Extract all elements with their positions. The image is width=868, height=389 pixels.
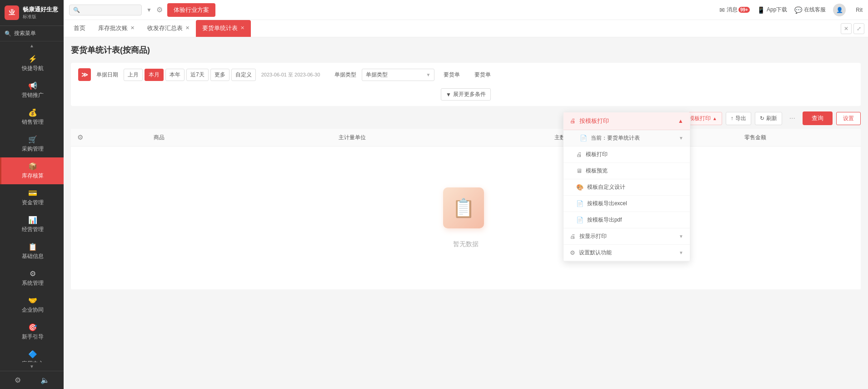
sidebar-item-purchase[interactable]: 🛒 采购管理 [0,131,64,157]
user-name[interactable]: Rit [856,7,863,13]
template-export-excel-icon: 📄 [576,200,584,207]
refresh-btn[interactable]: ↻ 刷新 [755,112,782,125]
tab-order-summary-close[interactable]: ✕ [240,25,244,31]
tab-order-summary[interactable]: 要货单统计表 ✕ [196,20,251,37]
tab-order-summary-label: 要货单统计表 [202,24,238,32]
top-bar-dropdown-chevron[interactable]: ▼ [146,7,152,13]
operations-icon: 📊 [28,216,37,224]
top-bar-gear-icon[interactable]: ⚙ [156,5,163,14]
display-print-item[interactable]: 🖨 按显示打印 ▼ [564,228,690,244]
print-dropdown-header[interactable]: 🖨 按模板打印 ▲ [564,112,690,130]
template-preview-item[interactable]: 🖥 模板预览 [564,163,690,179]
table-settings-icon[interactable]: ⚙ [77,133,83,141]
online-service-icon: 💬 [794,6,802,14]
app-download-icon: 📱 [757,6,765,14]
dropdown-display-print: 🖨 按显示打印 ▼ [564,228,690,245]
order-goods-label: 要货单 [474,71,491,79]
template-print-item[interactable]: 🖨 模板打印 [564,147,690,162]
order-category-label: 要货单 [444,71,460,79]
sidebar-item-marketing[interactable]: 📢 营销推广 [0,77,64,104]
template-export-pdf-item[interactable]: 📄 按模板导出pdf [564,212,690,228]
display-print-icon: 🖨 [570,233,576,240]
filter-panel: ≫ 单据日期 上月 本月 本年 近7天 更多 自定义 2023-06-01 至 … [71,63,861,106]
tab-home[interactable]: 首页 [67,20,92,37]
empty-text: 暂无数据 [453,240,479,248]
sidebar-item-quick-nav[interactable]: ⚡ 快捷导航 [0,50,64,77]
app-download-btn[interactable]: 📱 App下载 [757,6,787,14]
online-service-btn[interactable]: 💬 在线客服 [794,6,826,14]
print-dropdown-chevron-icon: ▲ [678,118,683,124]
query-btn[interactable]: 查询 [803,111,833,125]
message-badge: 99+ [738,7,750,13]
user-avatar[interactable]: 👤 [833,4,846,16]
template-export-excel-item[interactable]: 📄 按模板导出excel [564,196,690,212]
order-type-label: 单据类型 [334,71,356,79]
sidebar-item-system[interactable]: ⚙ 系统管理 [0,265,64,292]
three-dots-btn[interactable]: ··· [786,112,799,124]
operations-label: 经营管理 [22,226,44,233]
sales-label: 销售管理 [22,118,44,126]
enterprise-label: 企业协同 [22,306,44,314]
date-custom-btn[interactable]: 自定义 [231,69,256,81]
tabs-bar: 首页 库存批次账 ✕ 收发存汇总表 ✕ 要货单统计表 ✕ ✕ ⤢ [64,20,868,37]
current-template-item[interactable]: 📄 当前：要货单统计表 ▼ [564,130,690,146]
top-search-bar[interactable]: 🔍 [69,5,142,15]
sidebar-item-basics[interactable]: 📋 基础信息 [0,238,64,265]
sidebar-item-guide[interactable]: 🎯 新手引导 [0,318,64,345]
sidebar-item-inventory[interactable]: 📦 库存核算 [0,157,64,184]
tab-inventory-batch[interactable]: 库存批次账 ✕ [92,20,141,37]
date-prev-month-btn[interactable]: 上月 [124,69,143,81]
sidebar-bottom: ⚙ 🔈 [0,371,64,389]
tab-close-btn[interactable]: ✕ [841,23,852,34]
finance-icon: 💳 [28,189,37,197]
template-design-item[interactable]: 🎨 模板自定义设计 [564,179,690,195]
tab-inventory-batch-label: 库存批次账 [98,24,128,32]
top-bar-right: ✉ 消息 99+ 📱 App下载 💬 在线客服 👤 Rit [719,4,863,16]
default-fn-item[interactable]: ⚙ 设置默认功能 ▼ [564,245,690,261]
basics-icon: 📋 [28,242,37,251]
tab-receipt-summary-close[interactable]: ✕ [185,25,190,31]
dropdown-template-preview: 🖥 模板预览 [564,163,690,179]
tab-receipt-summary[interactable]: 收发存汇总表 ✕ [141,20,196,37]
tab-expand-btn[interactable]: ⤢ [853,23,864,34]
audio-bottom-icon[interactable]: 🔈 [40,376,50,384]
sidebar-item-app-center[interactable]: 🔷 应用中心 [0,345,64,362]
dropdown-default-fn: ⚙ 设置默认功能 ▼ [564,245,690,261]
expand-more-btn[interactable]: ▼ 展开更多条件 [441,88,491,101]
sidebar-item-sales[interactable]: 💰 销售管理 [0,104,64,131]
filter-row: ≫ 单据日期 上月 本月 本年 近7天 更多 自定义 2023-06-01 至 … [78,68,853,81]
date-more-btn[interactable]: 更多 [210,69,229,81]
print-chevron-icon: ▲ [713,116,717,121]
export-btn[interactable]: ↑ 导出 [726,112,751,125]
sidebar-item-enterprise[interactable]: 🤝 企业协同 [0,292,64,318]
date-current-month-btn[interactable]: 本月 [145,69,164,81]
app-center-icon: 🔷 [28,350,37,359]
date-current-year-btn[interactable]: 本年 [165,69,185,81]
sidebar-logo: 业 畅康通好生意 标准版 [0,0,64,26]
sidebar-search[interactable]: 🔍 搜索菜单 [0,26,64,41]
sidebar-item-operations[interactable]: 📊 经营管理 [0,211,64,238]
date-last7days-btn[interactable]: 近7天 [186,69,209,81]
sidebar-scroll-up[interactable]: ▲ [0,41,64,50]
settings-bottom-icon[interactable]: ⚙ [15,376,21,384]
purchase-label: 采购管理 [22,145,44,153]
tab-home-label: 首页 [74,24,85,32]
top-action-row: 🖨 按模板打印 ▲ 🖨 按模板打印 ▲ [71,111,861,125]
expand-more-icon: ▼ [446,91,451,98]
filter-toggle-btn[interactable]: ≫ [78,68,91,81]
app-name: 畅康通好生意 [23,6,58,14]
settings-btn[interactable]: 设置 [836,112,861,125]
page-title: 要货单统计表(按商品) [71,45,861,56]
current-template-icon: 📄 [580,135,587,141]
date-filter-label: 单据日期 [96,71,118,79]
order-type-select[interactable]: 单据类型 ▼ [362,69,434,81]
guide-icon: 🎯 [28,323,37,332]
sidebar: 业 畅康通好生意 标准版 🔍 搜索菜单 ▲ ⚡ 快捷导航 📢 营销推广 💰 销售… [0,0,64,389]
trial-button[interactable]: 体验行业方案 [167,3,215,17]
message-btn[interactable]: ✉ 消息 99+ [719,6,750,14]
refresh-icon: ↻ [760,115,764,121]
sidebar-item-finance[interactable]: 💳 资金管理 [0,184,64,211]
sidebar-scroll-down[interactable]: ▼ [0,362,64,371]
sales-icon: 💰 [28,108,37,117]
tab-inventory-batch-close[interactable]: ✕ [130,25,135,31]
